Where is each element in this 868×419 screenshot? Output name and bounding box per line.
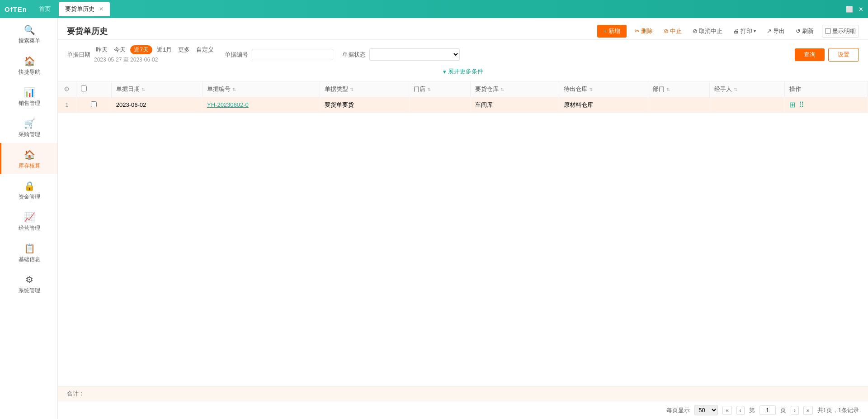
window-maximize-icon[interactable]: ⬜ <box>846 6 853 13</box>
row-more-icon[interactable]: ⠿ <box>799 100 804 109</box>
th-settings[interactable]: ⚙ <box>58 81 76 97</box>
shortcut-more[interactable]: 更多 <box>176 45 192 54</box>
sidebar-item-operations[interactable]: 📈 经营管理 <box>0 205 57 237</box>
tab-home[interactable]: 首页 <box>33 2 57 16</box>
table-row: 1 2023-06-02 YH-20230602-0 要货单要货 车间库 原材料… <box>58 97 868 113</box>
expand-conditions-button[interactable]: ▾ 展开更多条件 <box>443 67 483 76</box>
page-input[interactable] <box>760 405 776 415</box>
select-all-checkbox[interactable] <box>81 86 87 91</box>
page-label: 第 <box>749 406 755 414</box>
prev-page-button[interactable]: ‹ <box>736 406 745 415</box>
sort-icon-store: ⇅ <box>427 87 431 92</box>
stop-icon: ⊘ <box>664 28 669 34</box>
per-page-select[interactable]: 50 10 20 100 <box>694 405 718 415</box>
sidebar-item-inventory[interactable]: 🏠 库存核算 <box>0 143 57 174</box>
sort-icon-no: ⇅ <box>232 87 236 92</box>
sidebar-item-sales[interactable]: 📊 销售管理 <box>0 81 57 112</box>
th-dept[interactable]: 部门 ⇅ <box>648 81 710 97</box>
cancel-stop-button[interactable]: ⊘ 取消中止 <box>690 25 725 37</box>
shortcut-custom[interactable]: 自定义 <box>194 45 216 54</box>
row-checkbox[interactable] <box>91 101 97 107</box>
sidebar-label-inventory: 库存核算 <box>19 162 40 170</box>
display-detail-button[interactable]: 显示明细 <box>822 25 859 38</box>
order-no-input[interactable] <box>252 49 333 60</box>
th-type[interactable]: 单据类型 ⇅ <box>320 81 409 97</box>
export-icon: ↗ <box>767 28 772 34</box>
page-header: 要货单历史 + 新增 ✂ 删除 ⊘ 中止 ⊘ 取消中止 🖨 打印 <box>58 18 868 40</box>
sort-icon-req-warehouse: ⇅ <box>500 87 504 92</box>
page-suffix: 页 <box>780 406 786 414</box>
sidebar-item-search-menu[interactable]: 🔍 搜索菜单 <box>0 18 57 49</box>
sidebar-item-system[interactable]: ⚙ 系统管理 <box>0 268 57 299</box>
page-title: 要货单历史 <box>67 26 108 37</box>
pagination-bar: 每页显示 50 10 20 100 « ‹ 第 页 › » 共1页，1条记录 <box>58 401 868 419</box>
top-bar-right: ⬜ ✕ <box>846 6 863 13</box>
sidebar-item-basic-info[interactable]: 📋 基础信息 <box>0 237 57 268</box>
row-checkbox-cell <box>76 97 111 113</box>
date-filter-label: 单据日期 <box>67 51 90 59</box>
row-action: ⊞ ⠿ <box>784 97 868 113</box>
th-pending-warehouse[interactable]: 待出仓库 ⇅ <box>559 81 648 97</box>
window-close-icon[interactable]: ✕ <box>859 6 863 13</box>
toolbar: + 新增 ✂ 删除 ⊘ 中止 ⊘ 取消中止 🖨 打印 ▾ <box>597 25 859 38</box>
new-button[interactable]: + 新增 <box>597 25 627 38</box>
th-req-warehouse[interactable]: 要货仓库 ⇅ <box>471 81 559 97</box>
row-pending-warehouse: 原材料仓库 <box>559 97 648 113</box>
sidebar-label-basic-info: 基础信息 <box>19 256 40 263</box>
sort-icon-pending-warehouse: ⇅ <box>589 87 593 92</box>
row-req-warehouse: 车间库 <box>471 97 559 113</box>
next-page-button[interactable]: › <box>791 406 799 415</box>
export-button[interactable]: ↗ 导出 <box>764 25 788 37</box>
row-edit-icon[interactable]: ⊞ <box>789 100 795 109</box>
sidebar-label-search-menu: 搜索菜单 <box>19 37 40 45</box>
sidebar-item-quick-nav[interactable]: 🏠 快捷导航 <box>0 49 57 81</box>
last-page-button[interactable]: » <box>803 406 813 415</box>
order-no-link[interactable]: YH-20230602-0 <box>207 101 249 108</box>
shortcut-7days[interactable]: 近7天 <box>130 45 152 54</box>
th-store[interactable]: 门店 ⇅ <box>409 81 471 97</box>
th-date[interactable]: 单据日期 ⇅ <box>111 81 202 97</box>
th-no[interactable]: 单据编号 ⇅ <box>203 81 320 97</box>
operations-icon: 📈 <box>24 212 35 223</box>
settings-button[interactable]: 设置 <box>828 48 859 62</box>
date-shortcuts: 昨天 今天 近7天 近1月 更多 自定义 <box>94 45 216 54</box>
sidebar-item-finance[interactable]: 🔒 资金管理 <box>0 174 57 205</box>
status-select[interactable] <box>369 48 460 61</box>
row-num: 1 <box>58 97 76 113</box>
cancel-stop-icon: ⊘ <box>693 28 698 34</box>
display-detail-checkbox[interactable] <box>825 28 831 34</box>
tab-history[interactable]: 要货单历史 ✕ <box>59 2 110 16</box>
order-no-label: 单据编号 <box>225 51 248 59</box>
total-info: 共1页，1条记录 <box>817 406 859 414</box>
refresh-button[interactable]: ↺ 刷新 <box>793 25 816 37</box>
shortcut-1month[interactable]: 近1月 <box>155 45 174 54</box>
print-button[interactable]: 🖨 打印 ▾ <box>731 25 759 37</box>
stop-button[interactable]: ⊘ 中止 <box>661 25 684 37</box>
search-icon: 🔍 <box>24 24 35 35</box>
sidebar: 🔍 搜索菜单 🏠 快捷导航 📊 销售管理 🛒 采购管理 🏠 库存核算 🔒 资金管… <box>0 18 58 419</box>
delete-icon: ✂ <box>635 28 640 34</box>
brand-logo: OfTEn <box>5 5 27 13</box>
action-icons: ⊞ ⠿ <box>789 100 863 109</box>
delete-button[interactable]: ✂ 删除 <box>632 25 656 37</box>
table-container: ⚙ 单据日期 ⇅ 单据编号 <box>58 81 868 386</box>
row-type: 要货单要货 <box>320 97 409 113</box>
query-button[interactable]: 查询 <box>795 48 825 61</box>
first-page-button[interactable]: « <box>722 406 732 415</box>
row-handler <box>710 97 785 113</box>
shortcut-yesterday[interactable]: 昨天 <box>94 45 109 54</box>
top-bar: OfTEn 首页 要货单历史 ✕ ⬜ ✕ <box>0 0 868 18</box>
sidebar-label-finance: 资金管理 <box>19 193 40 201</box>
content-area: 要货单历史 + 新增 ✂ 删除 ⊘ 中止 ⊘ 取消中止 🖨 打印 <box>58 18 868 419</box>
tab-close-icon[interactable]: ✕ <box>99 6 104 12</box>
shortcut-today[interactable]: 今天 <box>112 45 127 54</box>
sidebar-label-operations: 经营管理 <box>19 224 40 232</box>
th-handler[interactable]: 经手人 ⇅ <box>710 81 785 97</box>
sidebar-label-sales: 销售管理 <box>19 100 40 107</box>
lock-icon: 🔒 <box>24 181 35 191</box>
sort-icon-date: ⇅ <box>142 87 145 92</box>
table-header: ⚙ 单据日期 ⇅ 单据编号 <box>58 81 868 97</box>
sidebar-item-purchase[interactable]: 🛒 采购管理 <box>0 112 57 143</box>
row-date: 2023-06-02 <box>111 97 202 113</box>
table-settings-icon[interactable]: ⚙ <box>64 85 70 93</box>
